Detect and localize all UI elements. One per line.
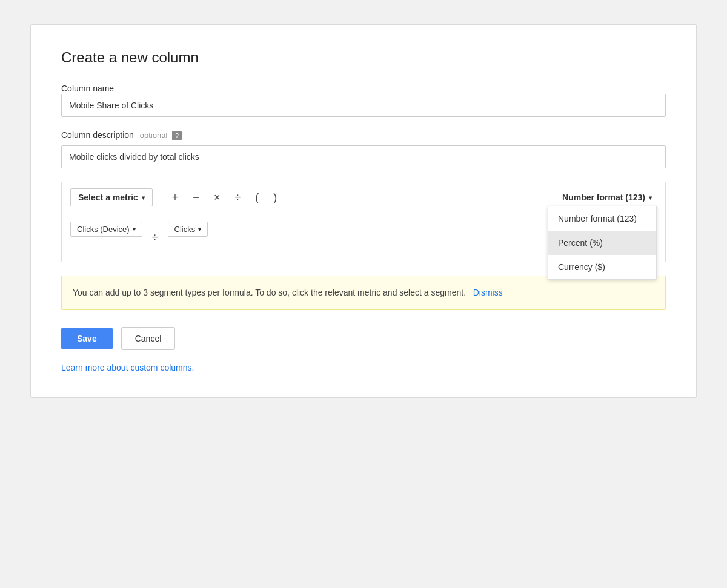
number-format-chevron-icon: ▾ — [649, 194, 652, 201]
select-metric-button[interactable]: Select a metric ▾ — [70, 188, 153, 206]
formula-section: Select a metric ▾ + − × ÷ ( ) Number for… — [61, 182, 666, 262]
percent-format-option[interactable]: Percent (%) — [548, 231, 656, 255]
button-row: Save Cancel — [61, 327, 666, 350]
add-operator-button[interactable]: + — [170, 189, 181, 206]
number-format-dropdown: Number format (123) Percent (%) Currency… — [548, 206, 657, 280]
chip2-chevron-icon: ▾ — [198, 226, 201, 233]
learn-more-link[interactable]: Learn more about custom columns. — [61, 363, 194, 372]
subtract-operator-button[interactable]: − — [190, 189, 202, 206]
page-title: Create a new column — [61, 49, 666, 66]
open-paren-operator-button[interactable]: ( — [253, 189, 261, 206]
column-description-input[interactable] — [61, 145, 666, 168]
create-column-dialog: Create a new column Column name Column d… — [30, 24, 697, 398]
formula-divide-symbol: ÷ — [148, 229, 162, 246]
formula-toolbar: Select a metric ▾ + − × ÷ ( ) Number for… — [62, 182, 665, 213]
number-format-button[interactable]: Number format (123) ▾ — [557, 189, 657, 206]
clicks-device-chip[interactable]: Clicks (Device) ▾ — [70, 222, 142, 237]
info-banner: You can add up to 3 segment types per fo… — [61, 276, 666, 309]
column-description-label: Column description optional ? — [61, 130, 666, 140]
help-icon[interactable]: ? — [172, 131, 182, 140]
cancel-button[interactable]: Cancel — [121, 327, 176, 350]
column-name-input[interactable] — [61, 94, 666, 117]
close-paren-operator-button[interactable]: ) — [271, 189, 279, 206]
chip1-chevron-icon: ▾ — [133, 226, 136, 233]
multiply-operator-button[interactable]: × — [211, 189, 223, 206]
number-format-option[interactable]: Number format (123) — [548, 206, 656, 231]
dismiss-link[interactable]: Dismiss — [473, 288, 503, 297]
save-button[interactable]: Save — [61, 328, 113, 349]
clicks-chip[interactable]: Clicks ▾ — [168, 222, 208, 237]
currency-format-option[interactable]: Currency ($) — [548, 255, 656, 279]
chevron-down-icon: ▾ — [142, 194, 145, 201]
divide-operator-button[interactable]: ÷ — [232, 189, 243, 206]
column-name-label: Column name — [61, 84, 114, 93]
number-format-wrapper: Number format (123) ▾ Number format (123… — [557, 189, 657, 206]
